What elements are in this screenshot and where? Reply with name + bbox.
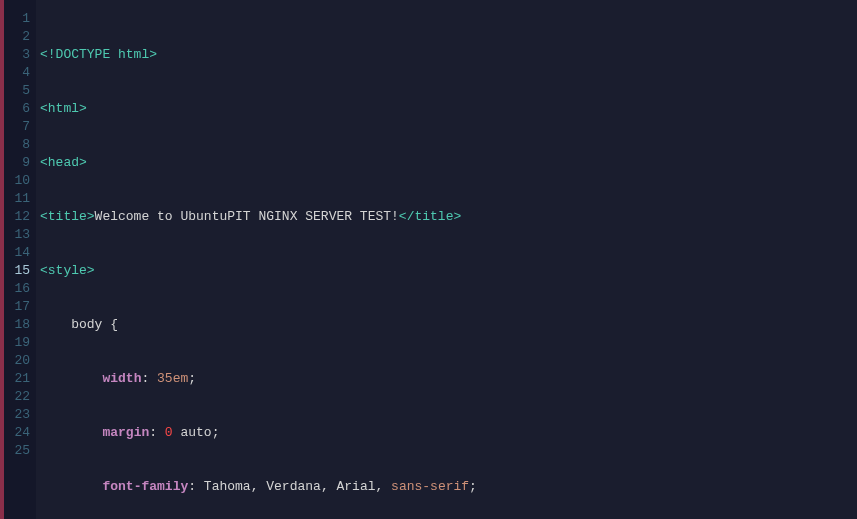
code-line[interactable]: body {	[40, 316, 857, 334]
line-number: 10	[4, 172, 30, 190]
line-number-current: 15	[4, 262, 30, 280]
line-number: 24	[4, 424, 30, 442]
line-number: 17	[4, 298, 30, 316]
line-number: 11	[4, 190, 30, 208]
code-line[interactable]: font-family: Tahoma, Verdana, Arial, san…	[40, 478, 857, 496]
code-line[interactable]: width: 35em;	[40, 370, 857, 388]
code-line[interactable]: <html>	[40, 100, 857, 118]
line-number: 8	[4, 136, 30, 154]
line-number: 2	[4, 28, 30, 46]
line-number: 21	[4, 370, 30, 388]
line-number: 1	[4, 10, 30, 28]
line-number: 20	[4, 352, 30, 370]
code-line[interactable]: margin: 0 auto;	[40, 424, 857, 442]
code-line[interactable]: <!DOCTYPE html>	[40, 46, 857, 64]
line-number: 22	[4, 388, 30, 406]
code-line[interactable]: <title>Welcome to UbuntuPIT NGINX SERVER…	[40, 208, 857, 226]
line-number-gutter: 1 2 3 4 5 6 7 8 9 10 11 12 13 14 15 16 1…	[4, 0, 36, 519]
line-number: 19	[4, 334, 30, 352]
line-number: 25	[4, 442, 30, 460]
line-number: 18	[4, 316, 30, 334]
line-number: 16	[4, 280, 30, 298]
line-number: 23	[4, 406, 30, 424]
line-number: 14	[4, 244, 30, 262]
line-number: 3	[4, 46, 30, 64]
code-editor-area[interactable]: <!DOCTYPE html> <html> <head> <title>Wel…	[36, 0, 857, 519]
line-number: 9	[4, 154, 30, 172]
line-number: 6	[4, 100, 30, 118]
code-line[interactable]: <head>	[40, 154, 857, 172]
code-line[interactable]: <style>	[40, 262, 857, 280]
line-number: 12	[4, 208, 30, 226]
line-number: 13	[4, 226, 30, 244]
line-number: 4	[4, 64, 30, 82]
line-number: 7	[4, 118, 30, 136]
line-number: 5	[4, 82, 30, 100]
